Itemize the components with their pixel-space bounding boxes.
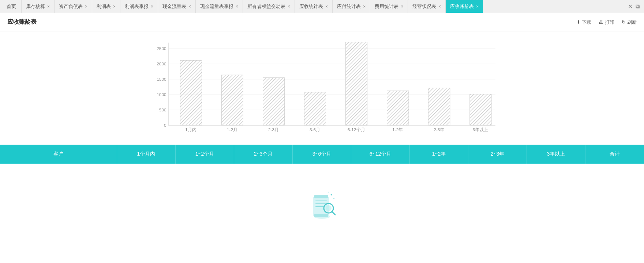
svg-text:1月内: 1月内 bbox=[185, 127, 196, 132]
tab-cashflow-quarterly[interactable]: 现金流量表季报× bbox=[196, 0, 243, 13]
tab-close-payable-stat[interactable]: × bbox=[363, 4, 366, 9]
tab-receivable-stat[interactable]: 应收统计表× bbox=[295, 0, 333, 13]
svg-point-39 bbox=[326, 205, 332, 211]
svg-text:✦: ✦ bbox=[330, 193, 333, 197]
svg-text:6-12个月: 6-12个月 bbox=[348, 127, 365, 132]
tab-close-equity[interactable]: × bbox=[288, 4, 290, 9]
svg-text:1-2年: 1-2年 bbox=[392, 127, 403, 132]
svg-text:1500: 1500 bbox=[157, 77, 166, 82]
tab-close-cashflow-quarterly[interactable]: × bbox=[236, 4, 238, 9]
tab-label-cashflow-quarterly: 现金流量表季报 bbox=[200, 3, 233, 10]
page-header: 应收账龄表 ⬇ 下载 🖶 打印 ↻ 刷新 bbox=[0, 13, 644, 31]
tab-profit[interactable]: 利润表× bbox=[92, 0, 120, 13]
svg-text:3年以上: 3年以上 bbox=[473, 127, 488, 132]
svg-text:3-6月: 3-6月 bbox=[310, 127, 320, 132]
table-header-cell-4: 3~6个月 bbox=[293, 145, 351, 164]
page-title: 应收账龄表 bbox=[7, 18, 37, 26]
tab-label-balance: 资产负债表 bbox=[59, 3, 83, 10]
print-button[interactable]: 🖶 打印 bbox=[599, 19, 614, 26]
close-button[interactable]: ✕ bbox=[628, 4, 633, 9]
table-header-cell-7: 2~3年 bbox=[468, 145, 527, 164]
tab-equity[interactable]: 所有者权益变动表× bbox=[243, 0, 295, 13]
print-icon: 🖶 bbox=[599, 19, 603, 25]
chart-area: 0 500 1000 1500 2000 2500 bbox=[0, 31, 644, 145]
svg-rect-17 bbox=[221, 75, 243, 125]
tab-label-cashflow: 现金流量表 bbox=[162, 3, 186, 10]
tab-bar: 首页 库存核算×资产负债表×利润表×利润表季报×现金流量表×现金流量表季报×所有… bbox=[0, 0, 644, 13]
table-header-cell-3: 2~3个月 bbox=[234, 145, 293, 164]
tab-close-expense-stat[interactable]: × bbox=[401, 4, 403, 9]
table-header-cell-9: 合计 bbox=[585, 145, 644, 164]
empty-icon: ✦ ✦ ✦ bbox=[304, 186, 340, 222]
tab-profit-quarterly[interactable]: 利润表季报× bbox=[120, 0, 158, 13]
download-icon: ⬇ bbox=[576, 19, 580, 25]
tab-label-operation: 经营状况表 bbox=[412, 3, 436, 10]
tab-close-cashflow[interactable]: × bbox=[188, 4, 191, 9]
svg-rect-34 bbox=[314, 214, 328, 217]
tab-label-receivable-stat: 应收统计表 bbox=[299, 3, 323, 10]
svg-text:2000: 2000 bbox=[157, 61, 166, 66]
tab-label-payable-stat: 应付统计表 bbox=[337, 3, 361, 10]
restore-button[interactable]: ⧉ bbox=[636, 4, 640, 9]
tab-expense-stat[interactable]: 费用统计表× bbox=[370, 0, 408, 13]
tab-close-receivable-stat[interactable]: × bbox=[325, 4, 328, 9]
print-label: 打印 bbox=[605, 19, 614, 26]
tab-label-equity: 所有者权益变动表 bbox=[247, 3, 285, 10]
svg-text:2-3年: 2-3年 bbox=[434, 127, 444, 132]
table-header-cell-6: 1~2年 bbox=[410, 145, 468, 164]
tab-aging[interactable]: 应收账龄表× bbox=[446, 0, 483, 13]
svg-text:2-3月: 2-3月 bbox=[268, 127, 279, 132]
tab-payable-stat[interactable]: 应付统计表× bbox=[333, 0, 370, 13]
tab-label-aging: 应收账龄表 bbox=[450, 3, 474, 10]
tab-inventory[interactable]: 库存核算× bbox=[22, 0, 55, 13]
svg-text:✦: ✦ bbox=[333, 198, 335, 200]
svg-rect-19 bbox=[263, 78, 284, 125]
svg-rect-29 bbox=[470, 94, 491, 125]
tab-home-label: 首页 bbox=[7, 3, 16, 10]
tab-cashflow[interactable]: 现金流量表× bbox=[158, 0, 196, 13]
svg-text:0: 0 bbox=[164, 123, 166, 128]
tab-label-expense-stat: 费用统计表 bbox=[375, 3, 398, 10]
tab-close-aging[interactable]: × bbox=[476, 4, 479, 9]
tab-close-profit[interactable]: × bbox=[113, 4, 116, 9]
svg-text:2500: 2500 bbox=[157, 46, 166, 51]
table-header-cell-5: 6~12个月 bbox=[351, 145, 410, 164]
download-label: 下载 bbox=[582, 19, 591, 26]
tab-label-inventory: 库存核算 bbox=[26, 3, 45, 10]
tab-close-balance[interactable]: × bbox=[85, 4, 87, 9]
empty-state: ✦ ✦ ✦ bbox=[0, 164, 644, 244]
tab-operation[interactable]: 经营状况表× bbox=[408, 0, 446, 13]
svg-rect-25 bbox=[387, 91, 409, 125]
tab-home[interactable]: 首页 bbox=[1, 0, 22, 13]
download-button[interactable]: ⬇ 下载 bbox=[576, 19, 591, 26]
svg-rect-21 bbox=[304, 92, 326, 125]
refresh-label: 刷新 bbox=[627, 19, 637, 26]
svg-text:✦: ✦ bbox=[327, 191, 329, 193]
chart-container: 0 500 1000 1500 2000 2500 bbox=[15, 39, 629, 141]
table-header-cell-2: 1~2个月 bbox=[176, 145, 234, 164]
bar-chart: 0 500 1000 1500 2000 2500 bbox=[15, 39, 629, 141]
svg-rect-15 bbox=[180, 60, 202, 125]
tab-close-profit-quarterly[interactable]: × bbox=[151, 4, 153, 9]
table-header-cell-1: 1个月内 bbox=[117, 145, 176, 164]
svg-line-40 bbox=[332, 211, 335, 215]
tab-balance[interactable]: 资产负债表× bbox=[55, 0, 92, 13]
window-controls: ✕ ⧉ bbox=[625, 4, 643, 9]
svg-rect-33 bbox=[314, 195, 328, 198]
svg-rect-23 bbox=[346, 42, 367, 125]
tab-label-profit-quarterly: 利润表季报 bbox=[125, 3, 149, 10]
svg-rect-27 bbox=[428, 88, 450, 125]
page-actions: ⬇ 下载 🖶 打印 ↻ 刷新 bbox=[576, 19, 637, 26]
tab-close-inventory[interactable]: × bbox=[47, 4, 50, 9]
table-header: 客户1个月内1~2个月2~3个月3~6个月6~12个月1~2年2~3年3年以上合… bbox=[0, 145, 644, 164]
svg-text:1000: 1000 bbox=[157, 92, 166, 97]
svg-text:1-2月: 1-2月 bbox=[227, 127, 237, 132]
refresh-icon: ↻ bbox=[622, 19, 626, 25]
table-header-cell-8: 3年以上 bbox=[527, 145, 585, 164]
svg-text:500: 500 bbox=[159, 107, 166, 113]
tab-label-profit: 利润表 bbox=[97, 3, 111, 10]
refresh-button[interactable]: ↻ 刷新 bbox=[622, 19, 637, 26]
main-content: 0 500 1000 1500 2000 2500 bbox=[0, 31, 644, 263]
table-header-cell-0: 客户 bbox=[0, 145, 117, 164]
tab-close-operation[interactable]: × bbox=[438, 4, 441, 9]
